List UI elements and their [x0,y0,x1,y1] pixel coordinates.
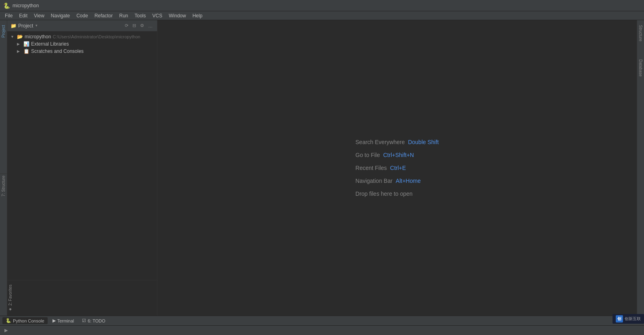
terminal-tab[interactable]: ▶ Terminal [49,317,78,324]
left-vertical-tab-strip: Project [0,20,7,316]
right-panel: Structure Database [637,20,644,316]
tree-expand-icon-scratch: ▶ [17,49,23,53]
dropdown-arrow-icon: ▼ [35,24,38,27]
tree-expand-icon: ▼ [10,35,17,39]
watermark-icon: 创 [616,315,623,322]
sidebar-header: 📁 Project ▼ ⟳ ⊟ ⚙ … [7,20,157,31]
terminal-bottom-icon[interactable]: ▶ [2,327,10,334]
recent-files-row: Recent Files Ctrl+E [355,165,438,171]
tree-expand-icon-ext: ▶ [17,42,23,46]
python-console-tab[interactable]: 🐍 Python Console [2,317,48,324]
main-layout: Project 📁 Project ▼ ⟳ ⊟ ⚙ … ▼ 📂 micropyt [0,20,644,316]
structure-right-tab[interactable]: Structure [638,22,644,45]
collapse-icon[interactable]: ⊟ [131,22,137,29]
menu-bar: File Edit View Navigate Code Refactor Ru… [0,11,644,20]
library-icon: 📊 [23,41,29,47]
star-icon: ★ [8,307,13,312]
project-tree: ▼ 📂 micropython C:\Users\Administrator\D… [7,31,157,280]
menu-file[interactable]: File [2,12,16,19]
todo-tab[interactable]: ☑ 6: TODO [79,317,109,324]
drop-files-row: Drop files here to open [355,191,438,197]
database-right-tab[interactable]: Database [638,56,644,80]
goto-file-label: Go to File [355,152,380,158]
search-everywhere-label: Search Everywhere [355,139,405,145]
watermark: 创 创新互联 [613,314,644,324]
favorites-tab[interactable]: ★ 2: Favorites [7,282,13,314]
tree-external-libraries[interactable]: ▶ 📊 External Libraries [7,40,157,48]
settings-icon[interactable]: ⚙ [139,22,145,29]
tree-external-label: External Libraries [31,41,69,47]
sidebar-tools: ⟳ ⊟ ⚙ … [124,22,154,29]
status-bar: 🐍 Python Console ▶ Terminal ☑ 6: TODO [0,316,644,325]
terminal-icon: ▶ [52,318,56,323]
python-console-label: Python Console [13,318,44,323]
search-everywhere-key[interactable]: Double Shift [408,139,438,145]
welcome-area: Search Everywhere Double Shift Go to Fil… [355,139,438,197]
folder-open-icon: 📂 [17,34,23,40]
menu-help[interactable]: Help [189,12,206,19]
recent-files-key[interactable]: Ctrl+E [390,165,406,171]
menu-vcs[interactable]: VCS [149,12,166,19]
navigation-bar-row: Navigation Bar Alt+Home [355,178,438,184]
todo-icon: ☑ [82,318,86,323]
tree-root-path: C:\Users\Administrator\Desktop\micropyth… [52,34,140,39]
structure-label[interactable]: 7: Structure [1,176,6,197]
bottom-bar: ▶ [0,325,644,335]
terminal-label: Terminal [57,318,74,323]
favorites-label: 2: Favorites [8,285,13,306]
sync-icon[interactable]: ⟳ [124,22,130,29]
project-dropdown-label: Project [18,23,33,29]
menu-view[interactable]: View [31,12,48,19]
goto-file-row: Go to File Ctrl+Shift+N [355,152,438,158]
goto-file-key[interactable]: Ctrl+Shift+N [383,152,414,158]
tree-root-label: micropython [25,34,51,40]
watermark-text: 创新互联 [625,316,641,322]
recent-files-label: Recent Files [355,165,387,171]
navigation-bar-label: Navigation Bar [355,178,392,184]
python-console-icon: 🐍 [6,318,11,323]
menu-edit[interactable]: Edit [16,12,31,19]
tree-root-item[interactable]: ▼ 📂 micropython C:\Users\Administrator\D… [7,33,157,40]
menu-navigate[interactable]: Navigate [48,12,73,19]
menu-run[interactable]: Run [116,12,131,19]
scratch-icon: 📋 [23,48,29,54]
folder-icon: 📁 [10,23,17,29]
more-sidebar-icon[interactable]: … [147,23,154,29]
tree-scratches-label: Scratches and Consoles [31,48,84,54]
main-content: Search Everywhere Double Shift Go to Fil… [157,20,637,316]
menu-window[interactable]: Window [166,12,189,19]
project-dropdown[interactable]: 📁 Project ▼ [10,23,38,29]
structure-left-vtab[interactable]: 7: Structure [0,174,7,198]
app-icon: 🐍 [3,2,10,9]
tree-scratches[interactable]: ▶ 📋 Scratches and Consoles [7,48,157,55]
menu-tools[interactable]: Tools [131,12,149,19]
app-title: micropython [13,3,39,8]
project-vertical-tab[interactable]: Project [0,22,6,41]
todo-label: 6: TODO [88,318,105,323]
navigation-bar-key[interactable]: Alt+Home [396,178,421,184]
sidebar: 📁 Project ▼ ⟳ ⊟ ⚙ … ▼ 📂 micropython C:\U… [7,20,157,316]
drop-files-label: Drop files here to open [355,191,413,197]
title-bar: 🐍 micropython [0,0,644,11]
search-everywhere-row: Search Everywhere Double Shift [355,139,438,145]
left-bottom-tabs: ★ 2: Favorites [7,280,157,316]
menu-code[interactable]: Code [73,12,91,19]
menu-refactor[interactable]: Refactor [91,12,116,19]
